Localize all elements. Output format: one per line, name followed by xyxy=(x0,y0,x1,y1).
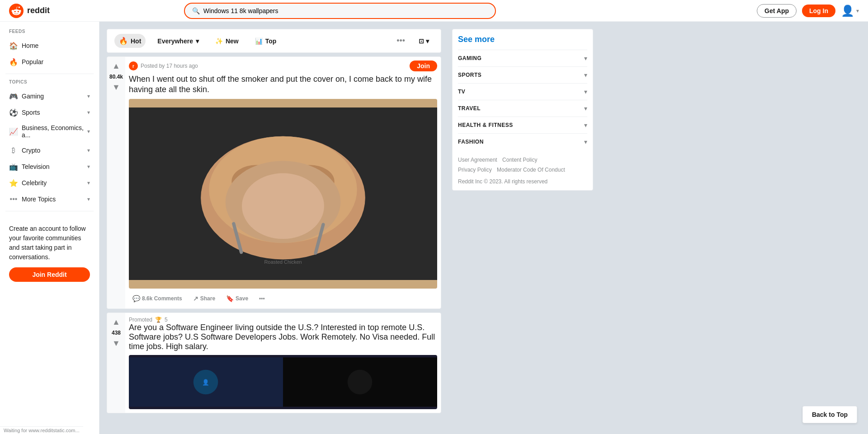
new-label: New xyxy=(226,37,239,45)
sidebar-gaming-label: Gaming xyxy=(22,93,84,100)
chevron-down-icon: ▾ xyxy=(87,128,90,135)
post-title-2: Are you a Software Engineer living outsi… xyxy=(129,323,437,351)
sidebar-item-popular[interactable]: 🔥 Popular xyxy=(5,54,94,70)
sidebar: FEEDS 🏠 Home 🔥 Popular TOPICS 🎮 Gaming ▾… xyxy=(0,22,99,434)
search-input[interactable] xyxy=(203,7,488,14)
crypto-icon: ₿ xyxy=(9,146,18,155)
login-button[interactable]: Log In xyxy=(802,5,835,17)
see-more-button[interactable]: See more xyxy=(458,35,495,44)
post-meta-2: Promoted 🏆 5 xyxy=(129,317,437,323)
post-meta-1: r Posted by 17 hours ago Join xyxy=(129,61,437,71)
upvote-button-1[interactable]: ▲ xyxy=(111,61,121,72)
everywhere-filter-button[interactable]: Everywhere ▾ xyxy=(153,35,203,47)
comments-button-1[interactable]: 💬 8.6k Comments xyxy=(129,292,186,305)
main-content: 🔥 Hot Everywhere ▾ ✨ New 📊 Top ••• ⊡ ▾ xyxy=(99,22,868,434)
more-filters-button[interactable]: ••• xyxy=(396,36,405,46)
topic-fashion-label: FASHION xyxy=(458,139,484,145)
popular-icon: 🔥 xyxy=(9,57,18,66)
post-ad-image-2[interactable]: 👤 xyxy=(129,355,437,409)
vote-count-2: 438 xyxy=(112,330,121,336)
svg-point-7 xyxy=(242,173,324,238)
topic-gaming-label: GAMING xyxy=(458,55,481,61)
sidebar-more-topics-label: More Topics xyxy=(22,196,84,203)
sidebar-item-gaming[interactable]: 🎮 Gaming ▾ xyxy=(5,88,94,104)
chevron-down-icon: ▾ xyxy=(87,147,90,154)
share-button-1[interactable]: ↗ Share xyxy=(189,292,219,305)
topic-row-health[interactable]: HEALTH & FITNESS ▾ xyxy=(458,117,587,133)
karma-icon: 🏆 xyxy=(155,317,162,323)
hot-icon: 🔥 xyxy=(119,37,128,45)
sidebar-item-home[interactable]: 🏠 Home xyxy=(5,37,94,54)
svg-text:Roasted Chicken: Roasted Chicken xyxy=(264,259,302,264)
post-actions-1: 💬 8.6k Comments ↗ Share 🔖 Save ••• xyxy=(129,292,437,305)
privacy-policy-link[interactable]: Privacy Policy xyxy=(458,167,492,173)
save-button-1[interactable]: 🔖 Save xyxy=(222,292,252,305)
footer-links: User Agreement Content Policy Privacy Po… xyxy=(458,155,587,175)
gaming-icon: 🎮 xyxy=(9,92,18,101)
topic-row-tv[interactable]: TV ▾ xyxy=(458,83,587,100)
sidebar-crypto-label: Crypto xyxy=(22,147,84,154)
post-card-1: ▲ 80.4k ▼ r Posted by 17 hours ago Join … xyxy=(107,56,441,309)
topic-row-travel[interactable]: TRAVEL ▾ xyxy=(458,100,587,117)
sidebar-item-celebrity[interactable]: ⭐ Celebrity ▾ xyxy=(5,175,94,191)
join-reddit-button[interactable]: Join Reddit xyxy=(9,267,90,282)
vote-column-2: ▲ 438 ▼ xyxy=(107,313,125,413)
new-icon: ✨ xyxy=(215,37,223,45)
filter-bar: 🔥 Hot Everywhere ▾ ✨ New 📊 Top ••• ⊡ ▾ xyxy=(107,29,441,53)
search-icon: 🔍 xyxy=(192,7,200,14)
chevron-down-icon: ▾ xyxy=(584,55,587,62)
sidebar-celebrity-label: Celebrity xyxy=(22,179,84,187)
sidebar-item-business[interactable]: 📈 Business, Economics, a... ▾ xyxy=(5,121,94,142)
sidebar-divider xyxy=(5,74,94,74)
post-image-1[interactable]: Roasted Chicken xyxy=(129,99,437,289)
share-label-1: Share xyxy=(200,295,215,302)
new-filter-button[interactable]: ✨ New xyxy=(211,35,243,47)
sidebar-item-sports[interactable]: ⚽ Sports ▾ xyxy=(5,104,94,121)
layout-button[interactable]: ⊡ ▾ xyxy=(414,35,434,47)
television-icon: 📺 xyxy=(9,162,18,171)
user-agreement-link[interactable]: User Agreement xyxy=(458,157,497,163)
moderator-code-link[interactable]: Moderator Code Of Conduct xyxy=(497,167,565,173)
svg-text:👤: 👤 xyxy=(202,378,209,386)
topics-widget: See more GAMING ▾ SPORTS ▾ TV ▾ TRAVEL ▾ xyxy=(452,29,593,191)
search-bar[interactable]: 🔍 xyxy=(184,3,496,19)
home-icon: 🏠 xyxy=(9,41,18,50)
sidebar-item-crypto[interactable]: ₿ Crypto ▾ xyxy=(5,142,94,159)
comments-count-1: 8.6k Comments xyxy=(142,295,182,302)
downvote-button-1[interactable]: ▼ xyxy=(111,82,121,93)
content-policy-link[interactable]: Content Policy xyxy=(502,157,537,163)
topic-row-sports[interactable]: SPORTS ▾ xyxy=(458,66,587,83)
sidebar-business-label: Business, Economics, a... xyxy=(22,124,84,139)
sidebar-item-television[interactable]: 📺 Television ▾ xyxy=(5,159,94,175)
topic-row-fashion[interactable]: FASHION ▾ xyxy=(458,133,587,150)
sidebar-item-more-topics[interactable]: ••• More Topics ▾ xyxy=(5,191,94,207)
comments-icon: 💬 xyxy=(132,295,140,302)
chevron-down-icon: ▾ xyxy=(87,180,90,186)
chevron-down-icon: ▾ xyxy=(87,109,90,116)
karma-count: 5 xyxy=(165,317,168,323)
topic-row-gaming[interactable]: GAMING ▾ xyxy=(458,50,587,66)
more-topics-icon: ••• xyxy=(9,195,18,204)
reddit-logo[interactable]: reddit xyxy=(9,4,50,18)
sidebar-divider-2 xyxy=(5,211,94,211)
join-button-1[interactable]: Join xyxy=(410,61,437,71)
hot-filter-button[interactable]: 🔥 Hot xyxy=(114,34,146,48)
vote-count-1: 80.4k xyxy=(109,74,123,80)
more-actions-button-1[interactable]: ••• xyxy=(255,293,269,304)
vote-column-1: ▲ 80.4k ▼ xyxy=(107,57,125,308)
back-to-top-button[interactable]: Back to Top xyxy=(802,406,857,423)
chevron-down-icon: ▾ xyxy=(584,121,587,129)
upvote-button-2[interactable]: ▲ xyxy=(111,317,121,328)
sidebar-home-label: Home xyxy=(22,42,90,49)
top-filter-button[interactable]: 📊 Top xyxy=(250,35,281,47)
sidebar-popular-label: Popular xyxy=(22,58,90,65)
topic-travel-label: TRAVEL xyxy=(458,105,481,112)
right-sidebar: See more GAMING ▾ SPORTS ▾ TV ▾ TRAVEL ▾ xyxy=(452,29,593,427)
post-card-2: ▲ 438 ▼ Promoted 🏆 5 Are you a Software … xyxy=(107,313,441,413)
business-icon: 📈 xyxy=(9,127,18,136)
status-bar: Waiting for www.redditstatic.com... xyxy=(0,426,83,434)
downvote-button-2[interactable]: ▼ xyxy=(111,338,121,349)
user-menu[interactable]: 👤 ▾ xyxy=(841,5,859,17)
everywhere-label: Everywhere xyxy=(157,37,193,45)
get-app-button[interactable]: Get App xyxy=(757,4,797,18)
